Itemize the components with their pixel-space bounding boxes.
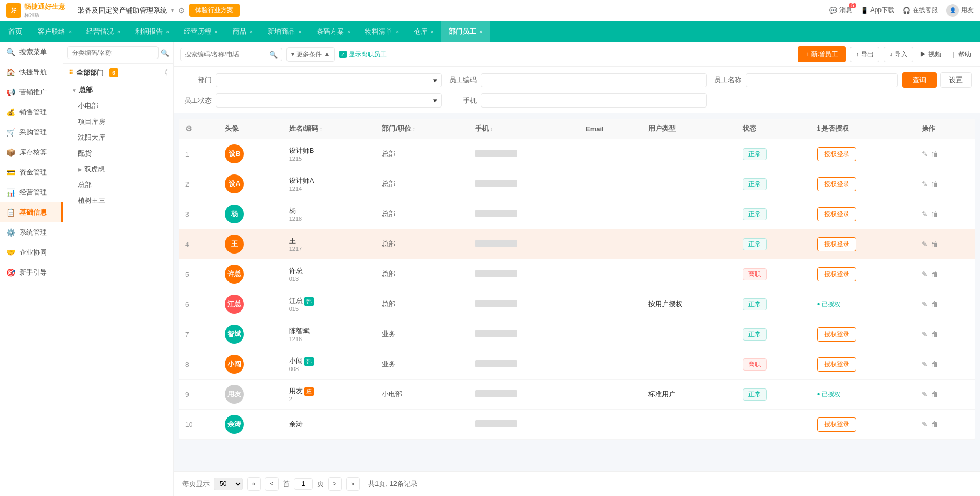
sidebar-item-finance[interactable]: 💳 资金管理	[0, 162, 63, 182]
settings-icon[interactable]: ⚙	[185, 124, 192, 133]
col-dept[interactable]: 部门/职位	[375, 119, 469, 139]
tab-operation[interactable]: 经营情况 ×	[79, 21, 127, 42]
close-icon[interactable]: ×	[298, 28, 301, 35]
close-icon[interactable]: ×	[68, 28, 72, 35]
tab-warehouse[interactable]: 仓库 ×	[407, 21, 441, 42]
tab-customer[interactable]: 客户联络 ×	[31, 21, 79, 42]
delete-icon[interactable]: 🗑	[931, 270, 938, 278]
delete-icon[interactable]: 🗑	[931, 240, 938, 248]
video-btn[interactable]: ▶ 视频	[917, 47, 943, 62]
edit-icon[interactable]: ✎	[922, 180, 928, 188]
col-phone[interactable]: 手机	[469, 119, 579, 139]
sidebar-item-basic[interactable]: 📋 基础信息	[0, 202, 63, 222]
close-icon[interactable]: ×	[479, 28, 482, 35]
trial-button[interactable]: 体验行业方案	[189, 4, 240, 17]
delete-icon[interactable]: 🗑	[931, 420, 938, 429]
delete-icon[interactable]: 🗑	[931, 300, 938, 308]
collapse-icon[interactable]: 《	[161, 68, 168, 77]
close-icon[interactable]: ×	[431, 28, 434, 35]
tree-node-xiaodibu[interactable]: 小电部	[63, 98, 173, 114]
first-page-button[interactable]: «	[247, 477, 261, 491]
dept-search-icon[interactable]: 🔍	[161, 49, 169, 57]
sidebar-item-guide[interactable]: 🎯 新手引导	[0, 262, 63, 283]
search-button[interactable]: 查询	[902, 72, 937, 88]
page-number-input[interactable]	[294, 478, 313, 490]
service-action[interactable]: 🎧 在线客服	[903, 6, 938, 15]
close-icon[interactable]: ×	[250, 28, 253, 35]
delete-icon[interactable]: 🗑	[931, 330, 938, 338]
edit-icon[interactable]: ✎	[922, 240, 928, 248]
auth-login-button[interactable]: 授权登录	[817, 267, 856, 281]
user-action[interactable]: 👤 用友	[946, 4, 974, 17]
app-download-action[interactable]: 📱 App下载	[860, 6, 894, 15]
sidebar-item-purchase[interactable]: 🛒 采购管理	[0, 122, 63, 142]
tree-node-project[interactable]: 项目库房	[63, 114, 173, 130]
tree-node-zhishu[interactable]: 植树王三	[63, 193, 173, 209]
search-input[interactable]	[185, 51, 269, 58]
system-dropdown-icon[interactable]: ▾	[171, 7, 174, 13]
tree-node-zongbu[interactable]: 总部	[63, 177, 173, 193]
col-name[interactable]: 姓名/编码	[283, 119, 376, 139]
sidebar-item-inventory[interactable]: 📦 库存核算	[0, 142, 63, 162]
next-page-button[interactable]: >	[328, 477, 342, 491]
import-button[interactable]: ↓ 导入	[884, 47, 913, 62]
dept-select[interactable]: ▾	[216, 73, 442, 87]
tab-add-goods[interactable]: 新增商品 ×	[260, 21, 309, 42]
edit-icon[interactable]: ✎	[922, 210, 928, 218]
tab-barcode[interactable]: 条码方案 ×	[309, 21, 358, 42]
col-gear[interactable]: ⚙	[179, 119, 219, 139]
edit-icon[interactable]: ✎	[922, 330, 928, 338]
edit-icon[interactable]: ✎	[922, 300, 928, 308]
edit-icon[interactable]: ✎	[922, 420, 928, 429]
edit-icon[interactable]: ✎	[922, 390, 928, 398]
delete-icon[interactable]: 🗑	[931, 390, 938, 398]
auth-login-button[interactable]: 授权登录	[817, 417, 856, 432]
add-employee-button[interactable]: + 新增员工	[798, 46, 846, 62]
auth-login-button[interactable]: 授权登录	[817, 147, 856, 161]
more-filter-button[interactable]: ▾ 更多条件 ▲	[286, 47, 335, 62]
message-action[interactable]: 💬 消息 5	[829, 6, 852, 15]
tree-node-root[interactable]: ▼ 总部	[63, 82, 173, 98]
close-icon[interactable]: ×	[347, 28, 350, 35]
gear-icon[interactable]: ⚙	[178, 6, 185, 15]
tab-goods[interactable]: 商品 ×	[225, 21, 260, 42]
status-select[interactable]: ▾	[216, 93, 442, 108]
show-resigned-toggle[interactable]: ✓ 显示离职员工	[339, 50, 387, 59]
sidebar-item-system[interactable]: ⚙️ 系统管理	[0, 222, 63, 242]
tab-history[interactable]: 经营历程 ×	[176, 21, 225, 42]
code-input[interactable]	[481, 73, 707, 87]
close-icon[interactable]: ×	[166, 28, 169, 35]
close-icon[interactable]: ×	[117, 28, 120, 35]
export-button[interactable]: ↑ 导出	[850, 47, 879, 62]
sidebar-item-marketing[interactable]: 📢 营销推广	[0, 82, 63, 102]
close-icon[interactable]: ×	[395, 28, 399, 35]
tab-bom[interactable]: 物料清单 ×	[358, 21, 406, 42]
delete-icon[interactable]: 🗑	[931, 180, 938, 188]
page-size-select[interactable]: 50 100 200	[214, 478, 243, 490]
sidebar-item-sales[interactable]: 💰 销售管理	[0, 102, 63, 122]
delete-icon[interactable]: 🗑	[931, 150, 938, 158]
edit-icon[interactable]: ✎	[922, 270, 928, 278]
sidebar-item-search[interactable]: 🔍 搜索菜单	[0, 42, 63, 62]
tree-node-shuanghu[interactable]: ▶ 双虎想	[63, 161, 173, 177]
search-icon[interactable]: 🔍	[269, 51, 278, 59]
auth-login-button[interactable]: 授权登录	[817, 327, 856, 342]
help-btn[interactable]: ｜ 帮助	[948, 47, 974, 62]
tab-staff[interactable]: 部门员工 ×	[441, 21, 490, 42]
auth-login-button[interactable]: 授权登录	[817, 177, 856, 191]
reset-button[interactable]: 设置	[940, 72, 972, 88]
auth-login-button[interactable]: 授权登录	[817, 207, 856, 221]
prev-page-button[interactable]: <	[265, 477, 279, 491]
edit-icon[interactable]: ✎	[922, 150, 928, 158]
last-page-button[interactable]: »	[346, 477, 360, 491]
name-input[interactable]	[746, 73, 898, 87]
delete-icon[interactable]: 🗑	[931, 360, 938, 368]
auth-login-button[interactable]: 授权登录	[817, 237, 856, 251]
sidebar-item-collab[interactable]: 🤝 企业协同	[0, 242, 63, 262]
delete-icon[interactable]: 🗑	[931, 210, 938, 218]
dept-count-icon[interactable]: 6	[109, 68, 118, 77]
auth-login-button[interactable]: 授权登录	[817, 357, 856, 372]
tree-node-peihuo[interactable]: 配货	[63, 145, 173, 161]
tree-node-shenyang[interactable]: 沈阳大库	[63, 130, 173, 145]
sidebar-item-management[interactable]: 📊 经营管理	[0, 182, 63, 202]
